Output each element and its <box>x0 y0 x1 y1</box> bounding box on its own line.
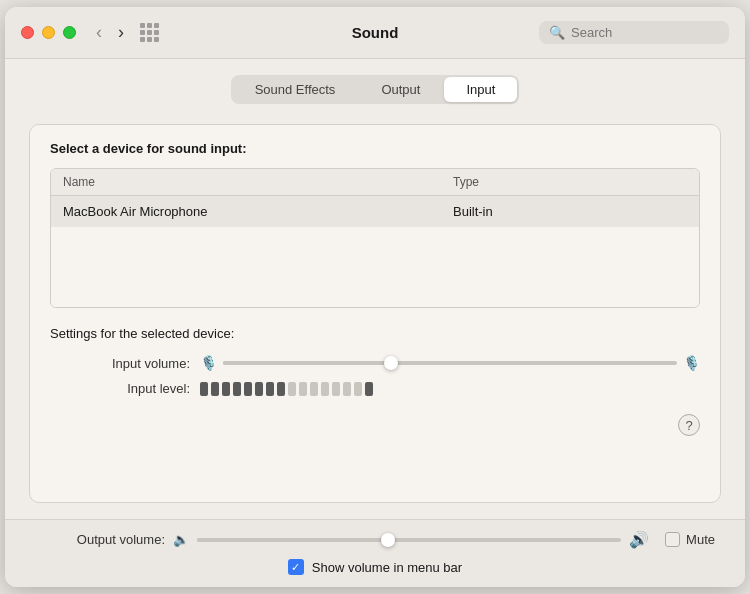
level-bar-1 <box>200 382 208 396</box>
settings-title: Settings for the selected device: <box>50 326 700 341</box>
maximize-button[interactable] <box>63 26 76 39</box>
th-type: Type <box>453 175 687 189</box>
input-volume-label: Input volume: <box>50 356 190 371</box>
level-bar-12 <box>321 382 329 396</box>
search-icon: 🔍 <box>549 25 565 40</box>
level-bar-11 <box>310 382 318 396</box>
level-bar-2 <box>211 382 219 396</box>
bottom-bar: Output volume: 🔈 🔊 Mute ✓ Show volume in… <box>5 519 745 587</box>
table-row[interactable]: MacBook Air Microphone Built-in <box>51 196 699 227</box>
show-volume-checkbox[interactable]: ✓ <box>288 559 304 575</box>
settings-panel: Select a device for sound input: Name Ty… <box>29 124 721 503</box>
titlebar: ‹ › Sound 🔍 <box>5 7 745 59</box>
search-input[interactable] <box>571 25 719 40</box>
device-section-title: Select a device for sound input: <box>50 141 700 156</box>
help-area: ? <box>50 414 700 436</box>
minimize-button[interactable] <box>42 26 55 39</box>
tab-sound-effects[interactable]: Sound Effects <box>233 77 358 102</box>
back-button[interactable]: ‹ <box>92 22 106 43</box>
input-volume-slider-container: 🎙️ 🎙️ <box>200 355 700 371</box>
volume-high-icon: 🎙️ <box>683 355 700 371</box>
level-bar-9 <box>288 382 296 396</box>
device-table: Name Type MacBook Air Microphone Built-i… <box>50 168 700 308</box>
traffic-lights <box>21 26 76 39</box>
level-bar-15 <box>354 382 362 396</box>
level-bar-14 <box>343 382 351 396</box>
level-bar-8 <box>277 382 285 396</box>
output-volume-row: Output volume: 🔈 🔊 Mute <box>35 530 715 549</box>
level-bar-3 <box>222 382 230 396</box>
level-bar-10 <box>299 382 307 396</box>
mute-label: Mute <box>686 532 715 547</box>
show-volume-row: ✓ Show volume in menu bar <box>35 559 715 575</box>
close-button[interactable] <box>21 26 34 39</box>
tab-output[interactable]: Output <box>359 77 442 102</box>
output-volume-track[interactable] <box>197 538 621 542</box>
nav-buttons: ‹ › <box>92 22 128 43</box>
app-grid-icon[interactable] <box>140 23 159 42</box>
forward-button[interactable]: › <box>114 22 128 43</box>
volume-low-icon: 🎙️ <box>200 355 217 371</box>
level-bar-5 <box>244 382 252 396</box>
input-volume-thumb[interactable] <box>384 356 398 370</box>
input-volume-row: Input volume: 🎙️ 🎙️ <box>50 355 700 371</box>
input-level-row: Input level: <box>50 381 700 396</box>
device-type: Built-in <box>453 204 687 219</box>
input-volume-track[interactable] <box>223 361 677 365</box>
level-bar-4 <box>233 382 241 396</box>
input-level-bars <box>200 382 373 396</box>
mute-area: Mute <box>665 532 715 547</box>
tab-input[interactable]: Input <box>444 77 517 102</box>
level-bar-7 <box>266 382 274 396</box>
output-volume-low-icon: 🔈 <box>173 532 189 547</box>
table-header: Name Type <box>51 169 699 196</box>
tab-group: Sound Effects Output Input <box>231 75 520 104</box>
output-volume-high-icon: 🔊 <box>629 530 649 549</box>
th-name: Name <box>63 175 453 189</box>
search-box[interactable]: 🔍 <box>539 21 729 44</box>
level-bar-6 <box>255 382 263 396</box>
level-bar-16 <box>365 382 373 396</box>
checkmark-icon: ✓ <box>291 562 300 573</box>
table-empty-area <box>51 227 699 307</box>
input-level-label: Input level: <box>50 381 190 396</box>
show-volume-label: Show volume in menu bar <box>312 560 462 575</box>
output-volume-thumb[interactable] <box>381 533 395 547</box>
content-area: Sound Effects Output Input Select a devi… <box>5 59 745 519</box>
main-window: ‹ › Sound 🔍 Sound Effects Output Input S… <box>5 7 745 587</box>
output-volume-label: Output volume: <box>35 532 165 547</box>
level-bar-13 <box>332 382 340 396</box>
window-title: Sound <box>352 24 399 41</box>
tabs: Sound Effects Output Input <box>29 75 721 104</box>
mute-checkbox[interactable] <box>665 532 680 547</box>
help-button[interactable]: ? <box>678 414 700 436</box>
device-name: MacBook Air Microphone <box>63 204 453 219</box>
